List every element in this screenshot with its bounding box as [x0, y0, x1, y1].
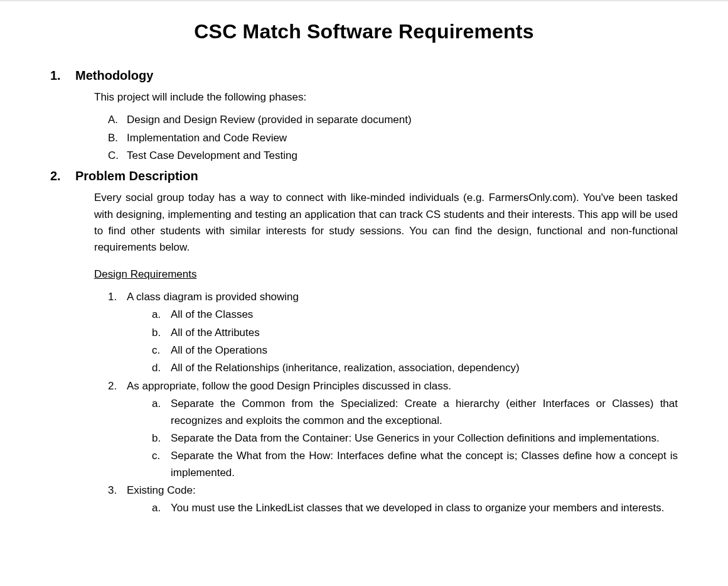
list-item: C. Test Case Development and Testing: [94, 148, 678, 164]
list-marker: 1.: [108, 289, 127, 305]
list-item: 2. As appropriate, follow the good Desig…: [108, 378, 678, 394]
list-marker: a.: [152, 500, 171, 516]
list-marker: b.: [152, 430, 171, 447]
list-text: Existing Code:: [127, 482, 678, 499]
list-text: A class diagram is provided showing: [127, 289, 678, 305]
list-item: c. Separate the What from the How: Inter…: [152, 448, 678, 481]
list-marker: a.: [152, 396, 171, 412]
list-marker: b.: [152, 325, 171, 341]
list-marker: c.: [152, 448, 171, 464]
list-text: Separate the What from the How: Interfac…: [171, 448, 678, 481]
list-marker: A.: [108, 112, 127, 128]
section-body: This project will include the following …: [94, 89, 678, 164]
sub-list: a. All of the Classes b. All of the Attr…: [152, 307, 678, 376]
list-text: All of the Relationships (inheritance, r…: [171, 360, 678, 376]
list-item: a. You must use the LinkedList classes t…: [152, 500, 678, 516]
section-paragraph: Every social group today has a way to co…: [94, 190, 678, 256]
list-marker: C.: [108, 148, 127, 164]
section-header: 2. Problem Description: [50, 169, 678, 183]
document-page: CSC Match Software Requirements 1. Metho…: [0, 0, 728, 586]
sub-list: a. You must use the LinkedList classes t…: [152, 500, 678, 516]
list-marker: 2.: [108, 378, 127, 394]
list-item: b. All of the Attributes: [152, 325, 678, 341]
list-text: As appropriate, follow the good Design P…: [127, 378, 678, 394]
section-header: 1. Methodology: [50, 68, 678, 83]
section-body: Every social group today has a way to co…: [94, 190, 678, 516]
section-number: 2.: [50, 169, 75, 183]
list-text: Separate the Data from the Container: Us…: [171, 430, 678, 447]
document-title: CSC Match Software Requirements: [50, 20, 678, 43]
list-text: All of the Attributes: [171, 325, 678, 341]
section-heading: Problem Description: [75, 169, 198, 183]
list-item: a. All of the Classes: [152, 307, 678, 323]
list-item: B. Implementation and Code Review: [94, 130, 678, 146]
list-item: a. Separate the Common from the Speciali…: [152, 396, 678, 429]
list-text: Test Case Development and Testing: [127, 148, 297, 164]
list-item: b. Separate the Data from the Container:…: [152, 430, 678, 447]
list-item: 3. Existing Code:: [108, 482, 678, 499]
list-text: All of the Operations: [171, 342, 678, 359]
list-item: 1. A class diagram is provided showing: [108, 289, 678, 305]
sub-list: a. Separate the Common from the Speciali…: [152, 396, 678, 481]
list-text: Implementation and Code Review: [127, 130, 287, 146]
list-text: You must use the LinkedList classes that…: [171, 500, 678, 516]
phase-list: A. Design and Design Review (provided in…: [94, 112, 678, 164]
section-problem-description: 2. Problem Description Every social grou…: [50, 169, 678, 516]
section-methodology: 1. Methodology This project will include…: [50, 68, 678, 164]
list-item: d. All of the Relationships (inheritance…: [152, 360, 678, 376]
design-requirements-list: 1. A class diagram is provided showing a…: [108, 289, 678, 516]
list-text: Separate the Common from the Specialized…: [171, 396, 678, 429]
list-text: All of the Classes: [171, 307, 678, 323]
section-intro: This project will include the following …: [94, 89, 678, 106]
list-marker: c.: [152, 342, 171, 359]
list-marker: 3.: [108, 482, 127, 499]
list-item: A. Design and Design Review (provided in…: [94, 112, 678, 128]
section-heading: Methodology: [75, 68, 153, 83]
list-marker: a.: [152, 307, 171, 323]
design-requirements-heading: Design Requirements: [94, 266, 678, 283]
list-marker: d.: [152, 360, 171, 376]
list-item: c. All of the Operations: [152, 342, 678, 359]
list-marker: B.: [108, 130, 127, 146]
list-text: Design and Design Review (provided in se…: [127, 112, 412, 128]
section-number: 1.: [50, 68, 75, 83]
